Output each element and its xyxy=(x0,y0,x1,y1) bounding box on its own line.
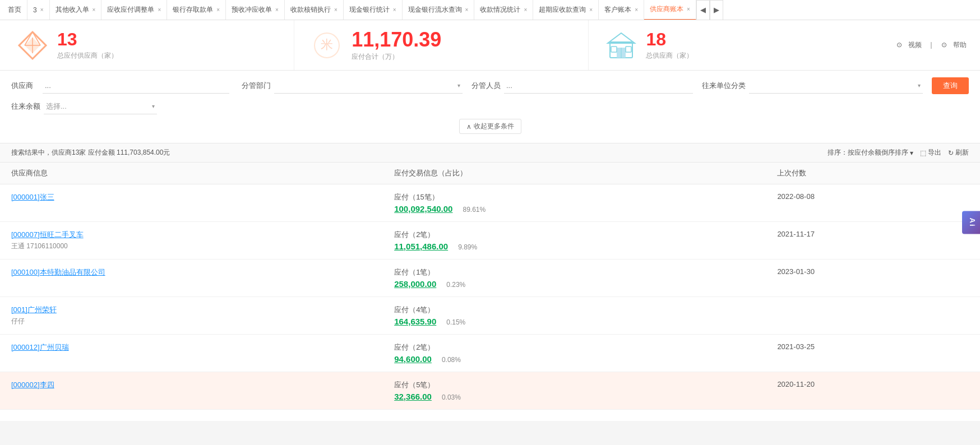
collapse-area: ∧ 收起更多条件 xyxy=(11,119,969,134)
close-icon[interactable]: × xyxy=(40,7,44,13)
stat-content-3: 18 总供应商（家） xyxy=(646,30,693,60)
top-right-links: ⊙ 视频 ｜ ⊙ 帮助 xyxy=(883,40,980,50)
filter-person: 分管人员 xyxy=(471,78,693,94)
sort-label: 排序：按应付余额倒序排序 xyxy=(828,148,908,157)
stat-total-suppliers: 18 总供应商（家） xyxy=(589,20,882,70)
tx-label: 应付（15笔） xyxy=(394,192,777,202)
header-last-payment: 上次付数 xyxy=(777,168,969,178)
tx-amount[interactable]: 94,600.00 xyxy=(394,354,432,364)
stat-label-payable-suppliers: 总应付供应商（家） xyxy=(57,51,118,61)
nav-tab-3[interactable]: 3 × xyxy=(27,0,50,20)
collapse-button[interactable]: ∧ 收起更多条件 xyxy=(459,119,521,134)
collapse-label: 收起更多条件 xyxy=(474,122,514,131)
nav-tab-bank-deposit[interactable]: 银行存取款单 × xyxy=(167,0,226,20)
tx-amount[interactable]: 32,366.00 xyxy=(394,392,432,401)
close-icon[interactable]: × xyxy=(635,7,638,13)
filter-area: 供应商 分管部门 ▾ 分管人员 往来单位分类 ▾ 查询 xyxy=(0,71,980,143)
refresh-button[interactable]: ↻ 刷新 xyxy=(948,148,969,157)
video-link[interactable]: 视频 xyxy=(908,41,922,49)
supplier-link[interactable]: [000100]本特勤油品有限公司 xyxy=(11,268,105,276)
close-icon[interactable]: × xyxy=(465,7,469,13)
filter-supplier: 供应商 xyxy=(11,78,233,94)
supplier-link[interactable]: [000007]恒旺二手叉车 xyxy=(11,230,84,239)
nav-tab-cash-bank-flow[interactable]: 现金银行流水查询 × xyxy=(403,0,475,20)
close-icon[interactable]: × xyxy=(275,7,279,13)
category-select[interactable]: ▾ xyxy=(749,78,923,94)
help-icon: ⊙ xyxy=(941,41,947,49)
dept-select[interactable]: ▾ xyxy=(274,78,463,94)
supplier-filter-label: 供应商 xyxy=(11,81,39,91)
tx-amount[interactable]: 164,635.90 xyxy=(394,317,436,326)
tx-amount[interactable]: 258,000.00 xyxy=(394,279,436,289)
supplier-sub: 仔仔 xyxy=(11,317,394,326)
collapse-icon: ∧ xyxy=(466,123,471,131)
filter-category: 往来单位分类 ▾ xyxy=(702,78,923,94)
balance-select[interactable]: 选择... ▾ xyxy=(44,99,157,114)
nav-tab-collection-stats[interactable]: 收款情况统计 × xyxy=(474,0,533,20)
nav-tab-supplier-ledger[interactable]: 供应商账本 × xyxy=(644,0,696,20)
tx-label: 应付（5笔） xyxy=(394,380,777,390)
sort-button[interactable]: 排序：按应付余额倒序排序 ▾ xyxy=(828,148,913,157)
balance-dropdown-arrow: ▾ xyxy=(152,103,155,109)
table-row: [000002]李四 应付（5笔） 32,366.00 0.03% 2020-1… xyxy=(0,372,980,410)
ai-button[interactable]: Ai xyxy=(962,211,980,234)
close-icon[interactable]: × xyxy=(216,7,220,13)
supplier-link[interactable]: [001]广州荣轩 xyxy=(11,305,57,314)
close-icon[interactable]: × xyxy=(589,7,593,13)
tx-label: 应付（2笔） xyxy=(394,342,777,353)
last-payment-cell: 2021-11-17 xyxy=(777,230,969,238)
supplier-cell: [000012]广州贝瑞 xyxy=(11,342,394,353)
close-icon[interactable]: × xyxy=(687,6,690,12)
stat-number-total-suppliers: 18 xyxy=(646,30,693,49)
supplier-cell: [000100]本特勤油品有限公司 xyxy=(11,267,394,277)
tx-amount[interactable]: 11,051,486.00 xyxy=(394,242,448,251)
tx-percent: 89.61% xyxy=(463,206,486,214)
supplier-input[interactable] xyxy=(43,78,229,94)
close-icon[interactable]: × xyxy=(393,7,396,13)
supplier-link[interactable]: [000002]李四 xyxy=(11,381,54,389)
nav-tab-prepay[interactable]: 预收冲应收单 × xyxy=(226,0,285,20)
stat-total-payable-suppliers: 13 总应付供应商（家） xyxy=(0,20,294,70)
filter-balance: 往来余额 选择... ▾ xyxy=(11,99,157,114)
tx-amount[interactable]: 100,092,540.00 xyxy=(394,204,452,214)
close-icon[interactable]: × xyxy=(334,7,338,13)
balance-select-text: 选择... xyxy=(46,101,67,112)
nav-left-arrow[interactable]: ◀ xyxy=(696,0,710,20)
person-filter-label: 分管人员 xyxy=(471,81,501,91)
last-payment-cell: 2022-08-08 xyxy=(777,192,969,201)
tx-percent: 0.23% xyxy=(446,281,465,289)
supplier-link[interactable]: [000001]张三 xyxy=(11,193,54,201)
transaction-cell: 应付（2笔） 94,600.00 0.08% xyxy=(394,342,777,364)
ai-label: Ai xyxy=(968,218,977,228)
export-button[interactable]: ⬚ 导出 xyxy=(920,148,941,157)
nav-right-arrow[interactable]: ▶ xyxy=(710,0,723,20)
supplier-link[interactable]: [000012]广州贝瑞 xyxy=(11,343,69,351)
header-supplier-info: 供应商信息 xyxy=(11,168,394,178)
stat-label-payable-amount: 应付合计（万） xyxy=(352,52,441,62)
tx-label: 应付（4笔） xyxy=(394,305,777,315)
tx-label: 应付（2笔） xyxy=(394,230,777,240)
nav-tab-cash-bank-stats[interactable]: 现金银行统计 × xyxy=(344,0,403,20)
export-label: 导出 xyxy=(928,148,941,157)
close-icon[interactable]: × xyxy=(158,7,161,13)
nav-tab-other-income[interactable]: 其他收入单 × xyxy=(50,0,102,20)
nav-tab-home[interactable]: 首页 xyxy=(2,0,27,20)
table-row: [001]广州荣轩 仔仔 应付（4笔） 164,635.90 0.15% xyxy=(0,297,980,335)
transaction-cell: 应付（2笔） 11,051,486.00 9.89% xyxy=(394,230,777,251)
person-input[interactable] xyxy=(504,78,693,94)
close-icon[interactable]: × xyxy=(524,7,527,13)
nav-tab-collection-exec[interactable]: 收款核销执行 × xyxy=(285,0,344,20)
help-link[interactable]: 帮助 xyxy=(953,41,967,49)
nav-tab-ar-ap-adjust[interactable]: 应收应付调整单 × xyxy=(101,0,167,20)
supplier-cell: [000001]张三 xyxy=(11,192,394,202)
nav-tab-customer-ledger[interactable]: 客户账本 × xyxy=(599,0,644,20)
results-actions: 排序：按应付余额倒序排序 ▾ ⬚ 导出 ↻ 刷新 xyxy=(828,148,969,157)
close-icon[interactable]: × xyxy=(93,7,96,13)
tx-amount-row: 11,051,486.00 9.89% xyxy=(394,240,777,251)
stat-label-total-suppliers: 总供应商（家） xyxy=(646,51,693,61)
dept-dropdown-arrow: ▾ xyxy=(457,82,460,89)
nav-tab-overdue-ar[interactable]: 超期应收款查询 × xyxy=(533,0,599,20)
svg-rect-12 xyxy=(626,47,631,52)
tx-percent: 0.15% xyxy=(446,318,465,326)
query-button[interactable]: 查询 xyxy=(932,77,969,94)
